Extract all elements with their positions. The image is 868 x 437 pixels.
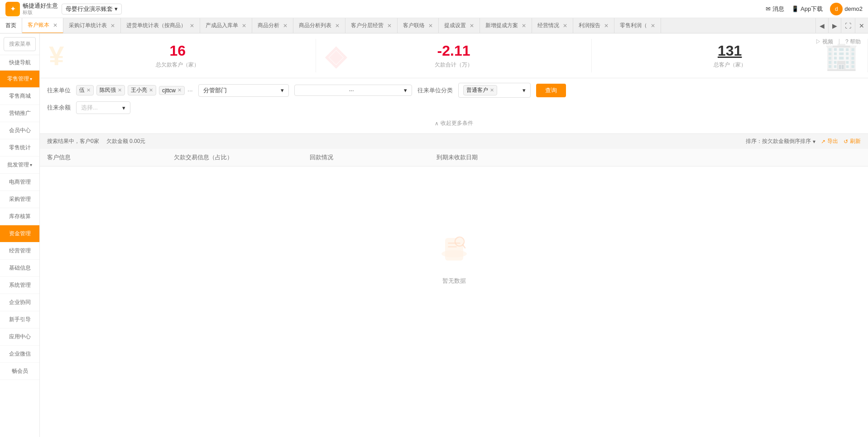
tab-close-product-analysis-list[interactable]: ✕: [335, 23, 340, 29]
sidebar-item-retail-stats[interactable]: 零售统计: [0, 139, 39, 157]
tab-product-analysis[interactable]: 商品分析 ✕: [252, 18, 293, 33]
tab-close-purchase-order[interactable]: ✕: [110, 23, 115, 29]
filter-row-2: 往来余额 选择... ▾: [47, 101, 861, 114]
sidebar-item-basic-info[interactable]: 基础信息: [0, 260, 39, 277]
store-select[interactable]: 母婴行业演示账套 ▾: [62, 4, 122, 14]
unit-type-tag: 普通客户 ✕: [463, 85, 497, 95]
tab-customer-tier[interactable]: 客户分层经营 ✕: [345, 18, 398, 33]
tab-profit-report[interactable]: 利润报告 ✕: [573, 18, 614, 33]
tab-close-new-promotion[interactable]: ✕: [522, 23, 526, 29]
tab-close-promotion-settings[interactable]: ✕: [470, 23, 474, 29]
export-btn[interactable]: ↗ 导出: [821, 138, 838, 145]
chevron-down-icon: ▾: [115, 5, 118, 12]
sidebar-item-wholesale-mgmt[interactable]: 批发管理 ▾: [0, 157, 39, 174]
refresh-btn[interactable]: ↺ 刷新: [844, 138, 861, 145]
sidebar-item-new-user[interactable]: 新手引导: [0, 311, 39, 328]
message-btn[interactable]: ✉ 消息: [766, 5, 784, 13]
sidebar-item-operations[interactable]: 经营管理: [0, 242, 39, 260]
sidebar-item-retail-store[interactable]: 零售商城: [0, 88, 39, 105]
tab-product-analysis-list[interactable]: 商品分析列表 ✕: [293, 18, 345, 33]
app-download-btn[interactable]: 📱 App下载: [791, 5, 823, 13]
tab-purchase-order[interactable]: 采购订单统计表 ✕: [63, 18, 121, 33]
chevron-down-icon: ▾: [30, 162, 32, 167]
sort-btn[interactable]: 排序：按欠款金额倒序排序 ▾: [746, 138, 815, 145]
filter-tag-close-3[interactable]: ✕: [177, 87, 182, 93]
unit-type-select[interactable]: 普通客户 ✕ ▾: [458, 83, 531, 98]
person-select[interactable]: ··· ▾: [294, 85, 412, 96]
filter-more-btn[interactable]: ···: [187, 87, 193, 94]
tab-business-status[interactable]: 经营情况 ✕: [532, 18, 573, 33]
logo-text: 畅捷通好生意 标版: [23, 2, 58, 15]
tab-close-all-btn[interactable]: ✕: [855, 18, 868, 33]
collapse-btn[interactable]: ∧ 收起更多条件: [47, 118, 861, 129]
stat-label-total: 总客户（家）: [714, 61, 746, 69]
sidebar-item-retail-mgmt[interactable]: 零售管理 ▾: [0, 71, 39, 88]
tab-close-profit-report[interactable]: ✕: [604, 23, 609, 29]
tab-close-cost-inbound[interactable]: ✕: [242, 23, 246, 29]
tab-customer-contact[interactable]: 客户联络 ✕: [398, 18, 439, 33]
unit-label: 往来单位: [47, 86, 71, 95]
balance-select[interactable]: 选择... ▾: [76, 101, 130, 114]
sidebar-item-finance[interactable]: 资金管理: [0, 225, 39, 242]
col-customer-info: 客户信息: [47, 153, 174, 162]
sidebar-item-purchase-mgmt[interactable]: 采购管理: [0, 191, 39, 208]
sidebar-item-vip[interactable]: 畅会员: [0, 363, 39, 380]
tab-close-customer-tier[interactable]: ✕: [387, 23, 392, 29]
filter-tag-1: 陈民强 ✕: [96, 85, 125, 95]
tab-home[interactable]: 首页: [0, 18, 22, 33]
balance-label: 往来余额: [47, 104, 71, 112]
data-table: 客户信息 欠款交易信息（占比） 回款情况 到期未收款日期: [40, 149, 868, 437]
tab-close-product-analysis[interactable]: ✕: [283, 23, 288, 29]
sidebar-item-system-mgmt[interactable]: 系统管理: [0, 277, 39, 294]
result-amount: 欠款金额 0.00元: [106, 138, 146, 145]
tab-close-business-status[interactable]: ✕: [563, 23, 567, 29]
sidebar-item-marketing[interactable]: 营销推广: [0, 105, 39, 122]
filter-tag-0: 伍 ✕: [76, 85, 94, 95]
tab-close-customer-contact[interactable]: ✕: [428, 23, 433, 29]
table-header: 客户信息 欠款交易信息（占比） 回款情况 到期未收款日期: [40, 149, 868, 166]
sidebar-item-inventory[interactable]: 库存核算: [0, 208, 39, 225]
chevron-down-icon: ▾: [281, 87, 284, 94]
tab-promotion-settings[interactable]: 提成设置 ✕: [439, 18, 480, 33]
sidebar-item-member-center[interactable]: 会员中心: [0, 122, 39, 139]
stat-number-debt: -2.11: [437, 43, 470, 59]
filter-tag-3: cjttcw ✕: [159, 86, 185, 95]
sidebar-item-enterprise[interactable]: 企业协同: [0, 294, 39, 311]
stat-label-customers: 总欠款客户（家）: [156, 61, 199, 69]
tab-retail-profit[interactable]: 零售利润（ ✕: [614, 18, 661, 33]
tab-prev-btn[interactable]: ◀: [815, 18, 828, 33]
query-btn[interactable]: 查询: [536, 84, 566, 97]
dept-select[interactable]: 分管部门 ▾: [198, 84, 289, 97]
svg-rect-3: [448, 246, 457, 247]
tab-purchase-stats[interactable]: 进货单统计表（按商品） ✕: [121, 18, 200, 33]
chevron-down-icon: ▾: [404, 87, 407, 94]
sidebar-item-wechat[interactable]: 企业微信: [0, 346, 39, 363]
col-due-date: 到期未收款日期: [436, 153, 563, 162]
result-bar: 搜索结果中，客户0家 欠款金额 0.00元 排序：按欠款金额倒序排序 ▾ ↗ 导…: [40, 134, 868, 149]
unit-type-tag-close[interactable]: ✕: [490, 87, 494, 93]
unit-type-label: 往来单位分类: [417, 86, 453, 95]
filter-tag-close-0[interactable]: ✕: [86, 87, 91, 93]
help-link[interactable]: ? 帮助: [845, 38, 861, 46]
filter-tag-close-1[interactable]: ✕: [118, 87, 122, 93]
search-menu-btn[interactable]: 搜索菜单: [4, 37, 36, 51]
tab-new-promotion[interactable]: 新增提成方案 ✕: [480, 18, 532, 33]
chevron-down-icon: ▾: [813, 138, 815, 145]
video-link[interactable]: ▷ 视频: [815, 38, 833, 46]
tab-close-purchase-stats[interactable]: ✕: [190, 23, 194, 29]
tab-close-customers[interactable]: ✕: [53, 22, 58, 28]
tab-cost-inbound[interactable]: 产成品入库单 ✕: [200, 18, 252, 33]
sidebar-item-ecommerce[interactable]: 电商管理: [0, 174, 39, 191]
quick-nav-btn[interactable]: 快捷导航: [0, 55, 39, 71]
tab-close-retail-profit[interactable]: ✕: [651, 23, 655, 29]
chevron-down-icon: ▾: [122, 104, 125, 111]
download-icon: 📱: [791, 5, 799, 12]
tab-next-btn[interactable]: ▶: [828, 18, 841, 33]
tab-customers[interactable]: 客户账本 ✕: [22, 18, 63, 33]
tab-maximize-btn[interactable]: ⛶: [841, 18, 855, 33]
chevron-down-icon: ▾: [523, 87, 526, 94]
filter-tag-close-2[interactable]: ✕: [149, 87, 153, 93]
sidebar-item-app-center[interactable]: 应用中心: [0, 328, 39, 346]
help-icon: ?: [845, 38, 849, 45]
user-menu[interactable]: d demo2: [830, 3, 863, 15]
